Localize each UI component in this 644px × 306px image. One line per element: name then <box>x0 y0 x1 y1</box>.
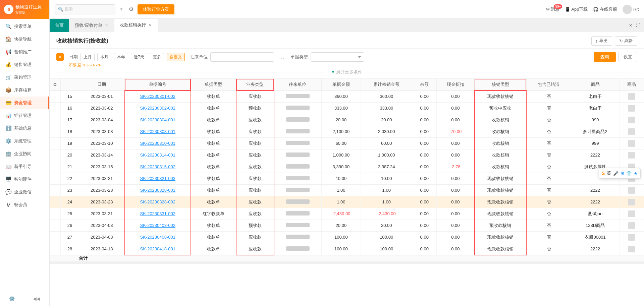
sidebar-settings-btn[interactable]: ⚙️ <box>6 294 17 303</box>
col-amount: 单据金额 <box>321 79 361 90</box>
cell-doc-no[interactable]: SK-20230328-002 <box>125 196 191 208</box>
cell-settings[interactable] <box>50 196 61 208</box>
cell-settings[interactable] <box>50 126 61 137</box>
user-avatar[interactable]: Rit <box>623 5 639 14</box>
solution-button[interactable]: 体验行业方案 <box>138 4 174 14</box>
sidebar-item-quick-nav[interactable]: 🏠 快捷导航 <box>0 33 49 46</box>
cell-doc-type: 收款单 <box>191 137 236 149</box>
cell-doc-no[interactable]: SK-20230418-001 <box>125 243 191 255</box>
this-month-btn[interactable]: 本月 <box>97 53 111 61</box>
sidebar-item-wechat[interactable]: 💬 企业微信 <box>0 186 49 198</box>
money-icon: 💰 <box>5 62 11 68</box>
cell-settings[interactable] <box>50 102 61 114</box>
more-btn[interactable]: 更多 <box>150 53 164 61</box>
cell-settings[interactable] <box>50 137 61 149</box>
cell-partner <box>274 196 322 208</box>
doc-type-select[interactable] <box>311 52 364 62</box>
prepay-tab-close[interactable]: ✕ <box>104 22 109 28</box>
brand-badge: S 英 🎤 ⊞ 👕 ★ <box>599 168 641 179</box>
cell-balance: 0.00 <box>412 196 437 208</box>
cell-biz-type: 应收款 <box>236 149 274 161</box>
collection-tab-close[interactable]: ✕ <box>148 22 152 28</box>
info-icon: ℹ️ <box>5 125 11 131</box>
tab-prepay[interactable]: 预收/应收付单 ✕ <box>69 19 114 32</box>
settings-button[interactable]: 设置 <box>619 52 637 62</box>
cell-settings[interactable] <box>50 173 61 184</box>
online-support-btn[interactable]: 🎧 在线客服 <box>593 6 617 12</box>
cell-doc-no[interactable]: SK-20230408-001 <box>125 231 191 243</box>
sidebar-item-marketing[interactable]: 📢 营销推广 <box>0 46 49 58</box>
sidebar-item-enterprise[interactable]: 🏢 企业协同 <box>0 147 49 160</box>
topbar-dropdown[interactable]: ▼ <box>119 7 123 12</box>
page-header: 收款核销执行(按收款) ↑ 导出 ↻ 刷新 <box>50 32 644 49</box>
cell-settings[interactable] <box>50 243 61 255</box>
cell-doc-no[interactable]: SK-20230308-001 <box>125 126 191 137</box>
cell-settings[interactable] <box>50 149 61 161</box>
cell-include-settled: 否 <box>526 161 571 173</box>
sidebar-item-sales[interactable]: 💰 销售管理 <box>0 58 49 71</box>
sidebar-item-purchase[interactable]: 🛒 采购管理 <box>0 71 49 84</box>
sidebar-item-label: 库存核算 <box>14 87 32 93</box>
sidebar-item-inventory[interactable]: 📦 库存核算 <box>0 84 49 97</box>
cell-doc-no[interactable]: SK-20230304-001 <box>125 114 191 126</box>
cell-partner <box>274 137 322 149</box>
cell-biz-type: 应收款 <box>236 196 274 208</box>
cell-doc-no[interactable]: SK-20230403-002 <box>125 220 191 231</box>
topbar-gear-icon[interactable]: ⚙ <box>129 6 133 12</box>
cell-cancel-type: 收款核销 <box>475 137 527 149</box>
sidebar-item-hardware[interactable]: 🖥️ 智能硬件 <box>0 173 49 186</box>
expand-conditions-row[interactable]: ▼ 展开更多条件 <box>56 68 637 76</box>
cell-cumulative: 20.00 <box>361 114 412 126</box>
tab-collection[interactable]: 收款核销执行 ✕ <box>114 19 158 32</box>
custom-date-btn[interactable]: 自定义 <box>167 53 185 61</box>
cell-biz-type: 应收款 <box>236 114 274 126</box>
cell-doc-no[interactable]: SK-20230328-001 <box>125 184 191 196</box>
sidebar-item-basic-info[interactable]: ℹ️ 基础信息 <box>0 122 49 135</box>
last-7-days-btn[interactable]: 近7天 <box>131 53 147 61</box>
cell-cash-discount: 0.00 <box>437 208 475 220</box>
expand-filter-btn[interactable]: » <box>56 53 64 61</box>
cell-cancel-type: 现款收款核销 <box>475 243 527 255</box>
cell-product2 <box>620 196 644 208</box>
cell-settings[interactable] <box>50 184 61 196</box>
cell-doc-no[interactable]: SK-20230301-002 <box>125 90 191 102</box>
sidebar-item-guide[interactable]: 📖 新手引导 <box>0 160 49 173</box>
query-button[interactable]: 查询 <box>594 52 616 62</box>
cell-partner <box>274 184 322 196</box>
app-download-btn[interactable]: 📱 App下载 <box>565 6 588 12</box>
cell-doc-no[interactable]: SK-20230302-002 <box>125 102 191 114</box>
cell-settings[interactable] <box>50 114 61 126</box>
horizontal-scrollbar[interactable] <box>50 261 644 264</box>
sidebar-item-search[interactable]: 🔍 搜索菜单 <box>0 20 49 33</box>
cell-doc-no[interactable]: SK-20230331-002 <box>125 208 191 220</box>
cell-balance: 0.00 <box>412 161 437 173</box>
this-year-btn[interactable]: 本年 <box>114 53 128 61</box>
brand-mic-icon: 🎤 <box>613 171 619 176</box>
sidebar-collapse-btn[interactable]: ◀◀ <box>30 294 43 303</box>
cell-settings[interactable] <box>50 90 61 102</box>
message-btn[interactable]: ✉ 消息 99+ <box>546 6 560 12</box>
partner-input[interactable] <box>210 52 274 62</box>
last-month-btn[interactable]: 上月 <box>80 53 95 61</box>
cell-doc-type: 收款单 <box>191 90 236 102</box>
topbar-search[interactable]: 🔍 搜索 <box>55 4 115 14</box>
cell-doc-no[interactable]: SK-20230310-001 <box>125 137 191 149</box>
cell-doc-no[interactable]: SK-20230315-002 <box>125 161 191 173</box>
maximize-window-btn[interactable]: ⛶ <box>635 22 641 29</box>
cell-settings[interactable] <box>50 220 61 231</box>
cell-settings[interactable] <box>50 161 61 173</box>
col-settings[interactable]: ⚙ <box>50 79 61 90</box>
sidebar-item-system[interactable]: ⚙️ 系统管理 <box>0 135 49 147</box>
cell-settings[interactable] <box>50 208 61 220</box>
refresh-button[interactable]: ↻ 刷新 <box>615 36 637 46</box>
sidebar-item-operations[interactable]: 📊 经营管理 <box>0 109 49 122</box>
sidebar-item-finance[interactable]: 💳 资金管理 <box>0 97 49 109</box>
cell-doc-no[interactable]: SK-20230321-003 <box>125 173 191 184</box>
close-window-btn[interactable]: ✕ <box>627 22 634 29</box>
cell-doc-no[interactable]: SK-20230314-001 <box>125 149 191 161</box>
col-doc-no: 单据编号 <box>125 79 191 90</box>
tab-home[interactable]: 首页 <box>50 19 69 32</box>
export-button[interactable]: ↑ 导出 <box>591 36 612 46</box>
sidebar-item-member[interactable]: V 畅会员 <box>0 198 49 211</box>
cell-settings[interactable] <box>50 231 61 243</box>
